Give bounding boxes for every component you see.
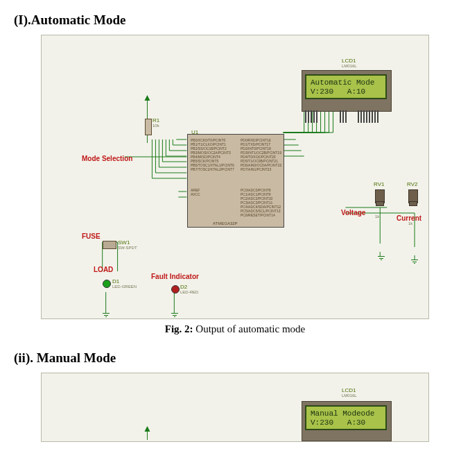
pot-rv1: [375, 189, 385, 203]
svg-marker-0: [144, 95, 150, 101]
rv2-ref: RV2: [407, 181, 417, 187]
rv1-value: 1k: [375, 214, 379, 219]
switch-sw1: [103, 241, 116, 249]
lcd2-screen: Manual Modeode V:230 A:30: [305, 405, 387, 430]
fault-led: [171, 285, 180, 294]
rv2-value: 1k: [408, 221, 412, 226]
lcd2-type: LM016L: [342, 393, 357, 398]
pot-rv2: [408, 189, 418, 203]
mode-selection-label: Mode Selection: [82, 155, 132, 162]
section-2-heading: (ii). Manual Mode: [14, 350, 456, 366]
figure-2-caption: Fig. 2: Output of automatic mode: [41, 323, 429, 335]
lcd2-line2: V:230 A:30: [311, 418, 365, 427]
r1-ref: R1: [153, 117, 159, 124]
svg-text:PC6/RESET/PCINT14: PC6/RESET/PCINT14: [241, 213, 275, 217]
sw1-type: SW-SPDT: [118, 246, 137, 250]
mcu-ref: U1: [191, 129, 198, 135]
schematic-automatic: LCD1 LM016L Automatic Mode V:230 A:10 PB…: [41, 35, 429, 319]
fuse-label: FUSE: [82, 232, 101, 240]
svg-text:PB7/TOSC2/XTAL2/PCINT7: PB7/TOSC2/XTAL2/PCINT7: [191, 167, 234, 171]
voltage-label: Voltage: [341, 209, 365, 216]
lcd-type: LM016L: [342, 64, 357, 68]
lcd2-ref: LCD1: [342, 387, 356, 393]
lcd-line2: V:230 A:10: [311, 87, 365, 96]
figure-2: LCD1 LM016L Automatic Mode V:230 A:10 PB…: [41, 35, 429, 335]
figure-3-partial: LCD1 LM016L Manual Modeode V:230 A:30: [41, 373, 429, 442]
r1-value: 10k: [153, 124, 159, 128]
schematic-manual-partial: LCD1 LM016L Manual Modeode V:230 A:30: [41, 373, 429, 442]
d2-type: LED-RED: [180, 290, 198, 294]
svg-text:PD7/AIN1/PCINT23: PD7/AIN1/PCINT23: [241, 167, 271, 171]
figure-2-caption-text: Output of automatic mode: [193, 323, 306, 334]
svg-text:ATMEGA32P: ATMEGA32P: [213, 221, 238, 226]
load-led: [103, 280, 111, 288]
svg-text:AVCC: AVCC: [191, 192, 200, 196]
lcd-screen: Automatic Mode V:230 A:10: [305, 74, 387, 99]
rv1-ref: RV1: [374, 181, 384, 187]
svg-marker-27: [144, 426, 150, 432]
section-1-heading: (I).Automatic Mode: [14, 12, 456, 28]
fault-indicator-label: Fault Indicator: [151, 273, 199, 280]
mcu-chip: PB0/XCK0/T0/PCINT0 PB1/T1/CLKO/PCINT1 PB…: [187, 134, 284, 228]
lcd2-line1: Manual Modeode: [311, 409, 374, 418]
lcd-line1: Automatic Mode: [311, 78, 374, 87]
d1-type: LED-GREEN: [112, 284, 137, 289]
figure-2-caption-label: Fig. 2:: [165, 323, 193, 334]
d1-ref: D1: [112, 278, 119, 284]
lcd-ref: LCD1: [342, 58, 356, 64]
d2-ref: D2: [180, 284, 187, 290]
load-label: LOAD: [94, 266, 113, 273]
sw1-ref: SW1: [118, 239, 130, 246]
resistor-r1: [145, 119, 152, 135]
